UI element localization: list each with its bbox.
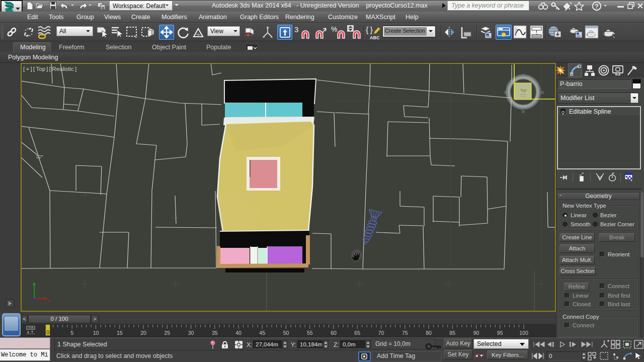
svg-text:100: 100 xyxy=(519,330,528,336)
svg-text:60: 60 xyxy=(331,330,337,336)
svg-text:95: 95 xyxy=(497,330,503,336)
svg-text:{ }: { } xyxy=(366,26,373,34)
svg-text:15: 15 xyxy=(117,330,123,336)
svg-text:85: 85 xyxy=(449,330,455,336)
svg-text:20: 20 xyxy=(140,330,146,336)
svg-text:90: 90 xyxy=(473,330,479,336)
svg-text:55: 55 xyxy=(307,330,313,336)
svg-text:70: 70 xyxy=(378,330,384,336)
svg-text:80: 80 xyxy=(426,330,432,336)
svg-text:65: 65 xyxy=(354,330,360,336)
svg-text:[ + ] [ Top ] [ Realistic ]: [ + ] [ Top ] [ Realistic ] xyxy=(23,66,76,72)
svg-text:40: 40 xyxy=(235,330,242,336)
svg-text:Top: Top xyxy=(520,88,526,93)
svg-text:45: 45 xyxy=(259,330,265,336)
svg-text:x: x xyxy=(48,298,50,303)
svg-text:?: ? xyxy=(595,3,598,10)
svg-text:5: 5 xyxy=(70,330,73,336)
svg-text:75: 75 xyxy=(402,330,408,336)
svg-text:10: 10 xyxy=(93,330,99,336)
svg-text:30: 30 xyxy=(188,330,194,336)
svg-text:50: 50 xyxy=(283,330,289,336)
svg-text:25: 25 xyxy=(164,330,170,336)
svg-text:35: 35 xyxy=(212,330,218,336)
svg-text:ABC: ABC xyxy=(370,35,380,40)
